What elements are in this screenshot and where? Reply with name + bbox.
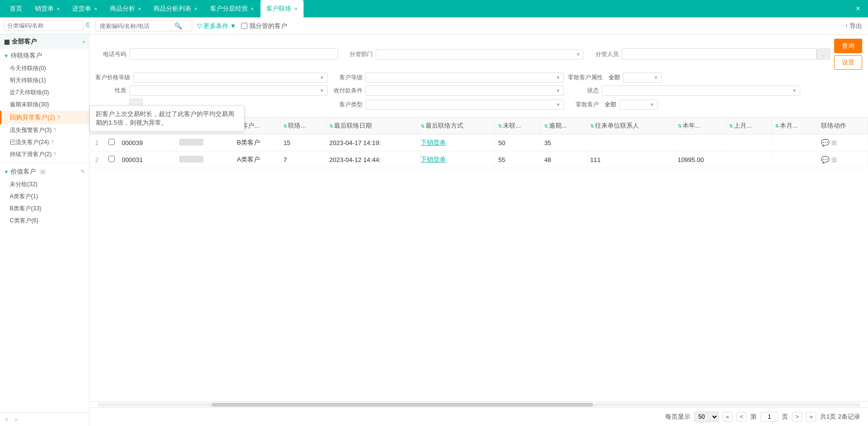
sidebar-item-class-a[interactable]: A类客户(1) [0,191,89,203]
sidebar-group-pending[interactable]: ▼ 待联络客户 [0,49,89,62]
row-contact-person-0 [587,134,674,151]
row-checkbox-1[interactable] [108,156,115,162]
department-chev-icon: ▼ [576,52,580,57]
horizontal-scroll-bar[interactable] [90,401,868,407]
action-chat-icon-0[interactable]: 💬 [821,139,829,147]
sidebar-item-class-b[interactable]: B类客户(33) [0,203,89,215]
row-action-0: 💬 ⊞ [818,134,868,151]
close-all-tabs-button[interactable]: × [852,4,864,13]
main-layout: 🔍 ▦ 全部客户 » ▼ 待联络客户 今天待联络(0) 明天待联络(1) 近7天… [0,17,868,426]
filter-scattered-customer-value: 全部 [602,101,619,109]
sidebar-search-bar: 🔍 [0,17,89,34]
sidebar-bottom-next[interactable]: > [12,415,19,424]
sidebar-item-unclassified[interactable]: 未分组(32) [0,178,89,191]
sidebar-item-churned[interactable]: 已流失客户(24) ? [0,136,89,148]
filter-nature-select[interactable]: ▼ [129,86,328,96]
filter-status-field: 状态 ▼ [568,86,800,96]
last-page-button[interactable]: » [806,412,816,422]
close-product-list-icon[interactable]: × [194,6,197,12]
sidebar-item-repurchase-anomaly[interactable]: 回购异常客户(2) ? [0,111,89,124]
nav-purchase[interactable]: 进货单 × [66,0,103,17]
filter-customer-level-label: 客户等级 [332,73,365,82]
sidebar-item-tomorrow[interactable]: 明天待联络(1) [0,74,89,87]
row-action-1: 💬 ⊞ [818,151,868,168]
query-button[interactable]: 查询 [834,39,862,53]
scroll-thumb[interactable] [212,403,593,407]
sidebar-item-today[interactable]: 今天待联络(0) [0,62,89,74]
filter-scattered-attr-value: 全部 [606,73,623,82]
close-customer-contact-icon[interactable]: × [294,6,297,12]
filter-icon: ▽ [197,22,202,29]
first-page-button[interactable]: « [723,412,733,422]
sidebar-item-declining[interactable]: 持续下滑客户(2) ? [0,148,89,161]
sidebar-item-churn-warning[interactable]: 流失预警客户(3) ? [0,124,89,136]
row-code-0: 000039 [119,134,176,151]
nav-sales[interactable]: 销货单 × [29,0,65,17]
value-group-edit-icon[interactable]: ✎ [80,168,85,175]
filter-department-select[interactable]: ▼ [376,49,584,59]
nature-chev-icon: ▼ [320,88,324,93]
close-customer-tier-icon[interactable]: × [251,6,254,12]
col-uncontacted-header[interactable]: ⇅未联... [495,118,541,134]
close-purchase-icon[interactable]: × [94,6,97,12]
filter-customer-type-select[interactable]: ▼ [365,100,564,110]
sidebar-value-group[interactable]: ▼ 价值客户 ○ ✎ [0,165,89,178]
nav-product-analysis-list[interactable]: 商品分析列表 × [148,0,203,17]
export-button[interactable]: ↑ 导出 [845,22,863,30]
col-this-month-header[interactable]: ⇅本月... [772,118,818,134]
my-customers-checkbox[interactable] [241,23,247,29]
sidebar-item-class-c[interactable]: C类客户(6) [0,215,89,227]
action-grid-icon-0[interactable]: ⊞ [831,139,837,147]
col-last-way-header[interactable]: ⇅最后联络方式 [418,118,495,134]
row-checkbox-0[interactable] [108,139,115,145]
filter-scattered-attr-select[interactable]: ▼ [623,73,662,83]
filter-more-conditions[interactable]: ▽ 更多条件 ▼ [197,22,236,30]
filter-search-input[interactable] [100,23,172,29]
sidebar-bottom-prev[interactable]: < [3,415,10,424]
col-contact-header[interactable]: ⇅联络... [280,118,326,134]
filter-payment-select[interactable]: ▼ [365,86,564,96]
last-way-link-1[interactable]: 下销货单 [421,156,446,163]
last-way-link-0[interactable]: 下销货单 [421,139,446,146]
filter-manager-ellipsis-button[interactable]: ... [817,48,830,60]
col-last-month-header[interactable]: ⇅上月... [726,118,772,134]
sidebar-all-customers[interactable]: ▦ 全部客户 » [0,34,89,49]
action-chat-icon-1[interactable]: 💬 [821,156,829,163]
row-num-1: 2 [90,151,104,168]
sidebar-item-7days[interactable]: 近7天待联络(0) [0,87,89,99]
repurchase-help-icon[interactable]: ? [57,115,60,120]
sidebar-item-overdue[interactable]: 逾期未联络(30) [0,99,89,111]
sidebar-search-input[interactable] [4,20,83,31]
filter-scattered-customer-label: 零散客户 [568,101,602,109]
col-contact-person-header[interactable]: ⇅往来单位联系人 [587,118,674,134]
action-grid-icon-1[interactable]: ⊞ [831,156,837,163]
filter-manager-input[interactable] [622,48,817,60]
settings-button[interactable]: 设置 [834,55,862,70]
col-this-year-header[interactable]: ⇅本年... [674,118,726,134]
col-overdue-header[interactable]: ⇅逾期... [541,118,587,134]
prev-page-button[interactable]: < [736,412,746,422]
filter-customer-level-select[interactable]: ▼ [365,73,564,83]
close-product-analysis-icon[interactable]: × [138,6,141,12]
filter-scattered-attr-field: 零散客户属性 全部 ▼ [568,73,800,83]
filter-price-level-select[interactable]: ▼ [133,73,328,83]
nav-customer-tier[interactable]: 客户分层经营 × [204,0,259,17]
filter-phone-input[interactable] [129,48,338,60]
sidebar-search-icon[interactable]: 🔍 [85,22,90,29]
filter-search-icon[interactable]: 🔍 [174,22,182,29]
row-contact-1: 7 [280,151,326,168]
col-last-date-header[interactable]: ⇅最后联络日期 [326,118,418,134]
table-row: 2 000031 A类客户 7 2023-04-12 14:44: 下销货单 5… [90,151,868,168]
nav-home[interactable]: 首页 [4,0,28,17]
per-page-select[interactable]: 50 100 [694,411,719,422]
row-this-month-0 [772,134,818,151]
filter-scattered-attr-label: 零散客户属性 [568,73,606,82]
page-number-input[interactable] [761,412,778,422]
filter-status-select[interactable]: ▼ [602,86,800,96]
price-level-chev-icon: ▼ [320,75,324,80]
close-sales-icon[interactable]: × [57,6,60,12]
nav-customer-contact[interactable]: 客户联络 × [260,0,303,17]
next-page-button[interactable]: > [792,412,802,422]
filter-scattered-customer-select[interactable]: ▼ [619,100,658,110]
nav-product-analysis[interactable]: 商品分析 × [104,0,147,17]
